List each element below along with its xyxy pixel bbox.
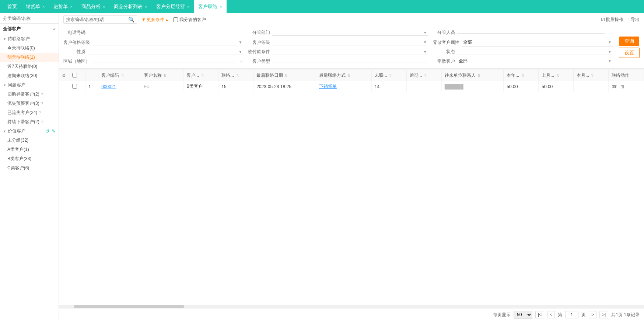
group-problem-customers[interactable]: 问题客户 xyxy=(0,80,59,90)
sort-this-year-icon: ⇅ xyxy=(521,74,524,77)
my-customers-checkbox[interactable]: 我分管的客户 xyxy=(173,17,206,23)
close-purchase-order-icon[interactable]: × xyxy=(70,4,72,9)
select-all-checkbox[interactable] xyxy=(72,73,77,77)
col-uncontacted[interactable]: 未联... ⇅ xyxy=(371,70,406,81)
filter-person-select[interactable] xyxy=(457,32,605,34)
sidebar-item-7day-pending[interactable]: 近7天待联络(0) xyxy=(0,62,59,71)
page-label: 第 xyxy=(558,312,562,318)
filter-nature-select[interactable]: ▼ xyxy=(88,49,244,55)
my-customers-check[interactable] xyxy=(173,17,178,22)
filter-payment-select[interactable]: ▼ xyxy=(272,49,428,55)
filter-customer-level-select[interactable]: ▼ xyxy=(272,39,428,45)
action-grid-icon[interactable]: ⊞ xyxy=(620,84,624,89)
help-icon-declining[interactable]: ? xyxy=(41,120,43,124)
collapse-sidebar-icon[interactable]: « xyxy=(53,27,56,32)
close-product-analysis-icon[interactable]: × xyxy=(103,4,105,9)
sidebar-item-repurchase-abnormal[interactable]: 回购异常客户(2) ? xyxy=(0,90,59,99)
filter-price-level-select[interactable]: ▼ xyxy=(92,39,244,45)
nav-home[interactable]: 首页 xyxy=(3,0,21,13)
row-code[interactable]: 000021 xyxy=(98,81,141,92)
col-last-method[interactable]: 最后联络方式 ⇅ xyxy=(316,70,371,81)
help-icon-churned[interactable]: ? xyxy=(39,111,41,115)
col-settings[interactable]: ⚙ xyxy=(59,70,69,81)
next-page-button[interactable]: > xyxy=(589,311,596,318)
query-button[interactable]: 查询 xyxy=(619,37,639,46)
col-checkbox[interactable] xyxy=(69,70,85,81)
filter-person-dots[interactable]: ··· xyxy=(609,30,613,35)
filter-person: 分管人员 ··· xyxy=(433,30,613,36)
content-area: 🔍 ▼ 更多条件 ▲ 我分管的客户 ☑ 批量操作 ↑ 导出 xyxy=(59,13,644,321)
more-conditions-button[interactable]: ▼ 更多条件 ▲ xyxy=(141,17,169,23)
set-button[interactable]: 设置 xyxy=(619,48,640,58)
col-unit-contact[interactable]: 往来单位联系人 ⇅ xyxy=(441,70,504,81)
row-checkbox[interactable] xyxy=(69,81,85,92)
row-index: 1 xyxy=(85,81,98,92)
sort-last-date-icon: ⇅ xyxy=(285,74,288,77)
filter-dept-select[interactable]: ▼ xyxy=(272,30,428,36)
filter-phone-input[interactable] xyxy=(88,29,244,36)
nav-product-analysis-list[interactable]: 商品分析列表 × xyxy=(109,0,151,13)
sidebar-item-c-class[interactable]: C类客户(6) xyxy=(0,163,59,173)
col-this-year[interactable]: 本年... ⇅ xyxy=(504,70,539,81)
page-number-input[interactable] xyxy=(565,311,578,318)
nav-product-analysis[interactable]: 商品分析 × xyxy=(77,0,109,13)
close-customer-contact-icon[interactable]: × xyxy=(220,4,222,9)
filter-row-4: 区域（地区） ··· 客户类型 xyxy=(63,57,613,65)
group-pending-contact[interactable]: 待联络客户 xyxy=(0,34,59,44)
close-sales-order-icon[interactable]: × xyxy=(42,4,45,9)
sidebar-item-declining[interactable]: 持续下滑客户(2) ? xyxy=(0,117,59,127)
nav-customer-contact[interactable]: 客户联络 × xyxy=(194,0,226,13)
batch-operation-button[interactable]: ☑ 批量操作 xyxy=(601,17,623,23)
filter-region: 区域（地区） ··· xyxy=(63,58,244,65)
col-name[interactable]: 客户名称 ⇅ xyxy=(141,70,183,81)
last-page-button[interactable]: >| xyxy=(599,311,608,318)
filter-customer-type-select[interactable] xyxy=(272,61,428,62)
edit-value-icon[interactable]: ✎ xyxy=(52,128,56,134)
col-overdue[interactable]: 逾期... ⇅ xyxy=(406,70,441,81)
col-last-date[interactable]: 最后联络日期 ⇅ xyxy=(253,70,316,81)
search-input[interactable] xyxy=(66,17,128,22)
col-code[interactable]: 客户编码 ⇅ xyxy=(98,70,141,81)
filter-retail-customer-select[interactable]: 全部 ▼ xyxy=(457,57,613,65)
export-button[interactable]: ↑ 导出 xyxy=(628,17,640,23)
sidebar-item-churned[interactable]: 已流失客户(24) ? xyxy=(0,108,59,117)
filter-region-dots[interactable]: ··· xyxy=(239,59,244,64)
filter-status-select[interactable]: ▼ xyxy=(457,49,613,55)
row-last-method[interactable]: 下销货单 xyxy=(316,81,371,92)
sidebar-item-ungrouped[interactable]: 未分组(32) xyxy=(0,136,59,145)
refresh-value-icon[interactable]: ↺ xyxy=(45,128,49,134)
filter-payment-caret: ▼ xyxy=(423,50,427,54)
sidebar-item-tomorrow-pending[interactable]: 明天待联络(1) xyxy=(0,53,59,62)
page-size-select[interactable]: 50 100 200 xyxy=(514,311,532,319)
sidebar-item-a-class[interactable]: A类客户(1) xyxy=(0,145,59,154)
col-last-month[interactable]: 上月... ⇅ xyxy=(539,70,574,81)
sidebar-item-today-pending[interactable]: 今天待联络(0) xyxy=(0,44,59,53)
horizontal-scrollbar[interactable] xyxy=(59,305,644,308)
help-icon-repurchase[interactable]: ? xyxy=(41,92,43,97)
row-select-checkbox[interactable] xyxy=(72,84,77,89)
sidebar-item-overdue-uncontacted[interactable]: 逾期未联络(30) xyxy=(0,71,59,80)
row-name[interactable]: Ea xyxy=(141,81,183,92)
all-customers-header[interactable]: 全部客户 « xyxy=(0,24,59,34)
scroll-thumb[interactable] xyxy=(74,305,184,308)
filter-region-select[interactable] xyxy=(92,61,236,62)
action-phone-icon[interactable]: ☎ xyxy=(612,84,617,89)
all-customers-label: 全部客户 xyxy=(3,26,21,32)
close-customer-layering-icon[interactable]: × xyxy=(187,4,189,9)
help-icon-churn-warning[interactable]: ? xyxy=(41,101,43,106)
first-page-button[interactable]: |< xyxy=(535,311,544,318)
sidebar-item-b-class[interactable]: B类客户(33) xyxy=(0,154,59,163)
close-product-analysis-list-icon[interactable]: × xyxy=(145,4,147,9)
col-this-month[interactable]: 本月... ⇅ xyxy=(574,70,609,81)
sidebar-item-churn-warning[interactable]: 流失预警客户(3) ? xyxy=(0,99,59,108)
prev-page-button[interactable]: < xyxy=(547,311,555,318)
filter-retail-attr-select[interactable]: 全部 ▼ xyxy=(462,38,613,46)
search-button-icon[interactable]: 🔍 xyxy=(128,17,134,23)
nav-purchase-order[interactable]: 进货单 × xyxy=(49,0,77,13)
col-contacts[interactable]: 联络... ⇅ xyxy=(218,70,253,81)
sidebar-search-input[interactable] xyxy=(3,16,58,21)
nav-customer-layering[interactable]: 客户分层经营 × xyxy=(152,0,194,13)
col-type[interactable]: 客户... ⇅ xyxy=(183,70,218,81)
group-value-customers[interactable]: 价值客户 xyxy=(0,127,45,136)
nav-sales-order[interactable]: 销货单 × xyxy=(21,0,49,13)
